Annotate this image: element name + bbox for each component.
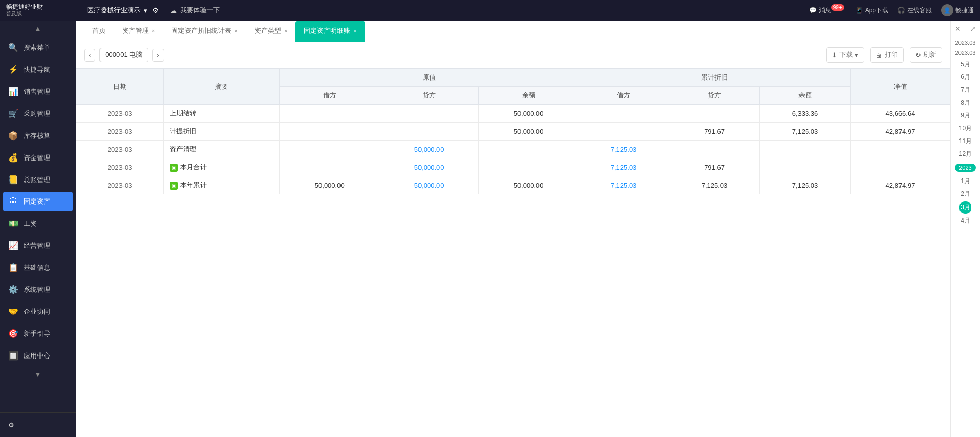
timeline-month-current[interactable]: 4月 [956,214,974,227]
sidebar-item-inventory[interactable]: 📦 库存核算 [0,125,76,147]
fixed-assets-icon: 🏛 [8,197,18,206]
cell-accum-balance: 7,125.03 [760,176,851,194]
timeline-month-before[interactable]: 8月 [958,96,973,109]
cell-date: 2023-03 [76,141,164,158]
sidebar-item-quick-nav[interactable]: ⚡ 快捷导航 [0,58,76,81]
company-selector[interactable]: 医疗器械行业演示 ▾ ⚙ [82,4,164,17]
refresh-button[interactable]: ↻ 刷新 [910,47,942,63]
timeline-month-before[interactable]: 9月 [958,109,973,122]
content-area: 首页 资产管理 × 固定资产折旧统计表 × 资产类型 × 固定资产明细账 × ‹ [76,21,950,437]
sidebar: ▲ 🔍 搜索菜单 ⚡ 快捷导航 📊 销售管理 🛒 采购管理 📦 库存核算 💰 资… [0,21,76,437]
timeline-month-before[interactable]: 12月 [958,148,973,161]
header-actions: 💬 消息 99+ 📱 App下载 🎧 在线客服 👤 畅捷通 [809,4,974,16]
sidebar-item-search[interactable]: 🔍 搜索菜单 [0,36,76,58]
sidebar-scroll-up[interactable]: ▲ [0,21,76,36]
tab-asset-detail[interactable]: 固定资产明细账 × [295,21,365,42]
timeline-month-before[interactable]: 6月 [958,71,973,84]
tab-asset-type[interactable]: 资产类型 × [246,21,295,42]
col-summary: 摘要 [164,69,280,105]
sidebar-item-sales[interactable]: 📊 销售管理 [0,81,76,103]
tab-depreciation-stats[interactable]: 固定资产折旧统计表 × [163,21,246,42]
sidebar-label-fixed-assets: 固定资产 [24,197,50,206]
sidebar-item-app-center[interactable]: 🔲 应用中心 [0,345,76,367]
tab-close-asset-mgmt[interactable]: × [152,28,155,34]
tab-close-depreciation-stats[interactable]: × [234,28,237,34]
finance-icon: 💰 [8,153,18,163]
sidebar-label-basic-info: 基础信息 [24,263,50,272]
col-accum-credit: 贷方 [669,87,760,105]
message-icon: 💬 [809,7,817,14]
purchase-icon: 🛒 [8,109,18,118]
try-button[interactable]: ☁ 我要体验一下 [164,4,226,17]
timeline-month-current[interactable]: 1月 [956,175,974,188]
cell-orig-debit: 50,000.00 [280,176,379,194]
sidebar-label-quick-nav: 快捷导航 [24,65,50,74]
cell-accum-balance [760,141,851,158]
customer-service-action[interactable]: 🎧 在线客服 [897,6,932,15]
message-action[interactable]: 💬 消息 99+ [809,6,846,15]
cell-accum-credit [669,141,760,158]
tab-asset-mgmt[interactable]: 资产管理 × [114,21,163,42]
download-button[interactable]: ⬇ 下载 ▾ [826,47,864,63]
cell-orig-debit [280,123,379,141]
settings-bottom-icon: ⚙ [8,421,14,429]
timeline-month-current[interactable]: 2月 [956,188,974,201]
sidebar-item-ledger[interactable]: 📒 总账管理 [0,169,76,191]
timeline-month-before[interactable]: 5月 [958,58,973,71]
sidebar-label-system: 系统管理 [24,285,50,294]
sidebar-item-payroll[interactable]: 💵 工资 [0,212,76,234]
cell-accum-balance [760,158,851,176]
cell-orig-balance [479,158,578,176]
tab-close-asset-type[interactable]: × [284,28,287,34]
right-panel: ✕ ⤢ 2023.03 2023.03 5月6月7月8月9月10月11月12月 … [950,21,980,437]
cell-net-value: 43,666.64 [851,105,950,123]
logo-text: 畅捷通好业财 [6,3,43,10]
sidebar-item-guide[interactable]: 🎯 新手引导 [0,323,76,345]
sidebar-item-cooperation[interactable]: 🤝 企业协同 [0,301,76,323]
payroll-icon: 💵 [8,218,18,228]
print-button[interactable]: 🖨 打印 [870,47,904,63]
table-row: 2023-03 计提折旧 50,000.00 791.67 7,125.03 4… [76,123,950,141]
cell-accum-debit [578,123,669,141]
tab-close-asset-detail[interactable]: × [353,28,356,34]
sidebar-item-purchase[interactable]: 🛒 采购管理 [0,103,76,125]
app-download-action[interactable]: 📱 App下载 [855,6,888,15]
download-dropdown-icon: ▾ [855,51,858,59]
cell-orig-credit: 50,000.00 [379,158,479,176]
right-panel-expand-button[interactable]: ⤢ [968,24,978,34]
cell-orig-credit: 50,000.00 [379,141,479,158]
col-accum-balance: 余额 [760,87,851,105]
sidebar-item-finance[interactable]: 💰 资金管理 [0,147,76,169]
sidebar-item-basic-info[interactable]: 📋 基础信息 [0,256,76,279]
cell-summary: 计提折旧 [164,123,280,141]
timeline-month-before[interactable]: 7月 [958,84,973,96]
cell-orig-debit [280,141,379,158]
cell-net-value: 42,874.97 [851,123,950,141]
cell-orig-balance [479,141,578,158]
search-icon: 🔍 [8,43,18,52]
timeline-month-current[interactable]: 3月 [959,201,971,214]
next-button[interactable]: › [152,49,164,62]
cell-summary: ▣本年累计 [164,176,280,194]
user-action[interactable]: 👤 畅捷通 [941,4,974,16]
cooperation-icon: 🤝 [8,307,18,316]
timeline-month-before[interactable]: 10月 [958,122,973,135]
quick-nav-icon: ⚡ [8,65,18,74]
cell-orig-balance: 50,000.00 [479,123,578,141]
sidebar-item-operations[interactable]: 📈 经营管理 [0,234,76,256]
tab-home[interactable]: 首页 [84,21,114,42]
sidebar-item-system[interactable]: ⚙️ 系统管理 [0,279,76,301]
sidebar-label-inventory: 库存核算 [24,131,50,141]
sidebar-scroll-down[interactable]: ▼ [0,367,76,383]
operations-icon: 📈 [8,241,18,250]
cell-accum-debit: 7,125.03 [578,141,669,158]
settings-icon[interactable]: ⚙ [152,6,159,14]
prev-button[interactable]: ‹ [84,49,95,62]
cell-net-value: 42,874.97 [851,176,950,194]
year-badge-container: 2023 [955,161,975,175]
ledger-icon: 📒 [8,175,18,185]
right-panel-close-button[interactable]: ✕ [953,24,963,34]
sidebar-item-fixed-assets[interactable]: 🏛 固定资产 [3,192,73,211]
sidebar-settings[interactable]: ⚙ [0,417,76,433]
timeline-month-before[interactable]: 11月 [958,135,973,148]
